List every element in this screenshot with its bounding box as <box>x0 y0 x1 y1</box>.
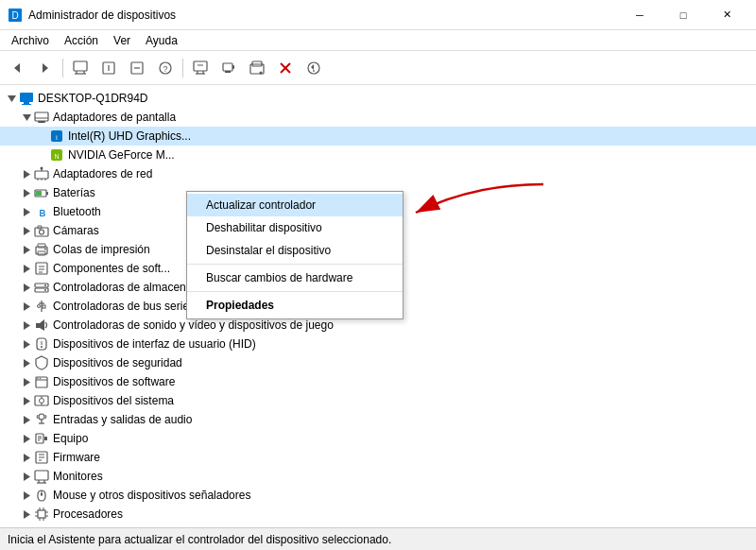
toggle-monitores[interactable] <box>19 469 34 484</box>
toggle-camaras[interactable] <box>19 223 34 238</box>
toolbar-btn-3[interactable] <box>67 55 94 81</box>
ctx-sep-2 <box>187 291 403 292</box>
tree-item-monitores[interactable]: Monitores <box>0 467 756 486</box>
toolbar-btn-4[interactable] <box>95 55 122 81</box>
equipo-label: Equipo <box>53 432 88 445</box>
svg-marker-69 <box>24 284 30 292</box>
system-icon <box>34 393 49 408</box>
tree-item-seguridad[interactable]: Dispositivos de seguridad <box>0 353 756 372</box>
toggle-root[interactable] <box>4 91 19 106</box>
svg-point-45 <box>41 167 43 170</box>
toolbar-btn-7[interactable] <box>187 55 214 81</box>
status-text: Inicia el Asistente para actualizar el c… <box>8 533 391 546</box>
menu-bar: Archivo Acción Ver Ayuda <box>0 30 756 51</box>
tree-item-procesadores[interactable]: Procesadores <box>0 505 756 524</box>
toggle-procesadores[interactable] <box>19 507 34 522</box>
svg-marker-64 <box>24 265 30 273</box>
back-button[interactable] <box>4 55 30 81</box>
toggle-disp-software[interactable] <box>19 374 34 389</box>
svg-point-120 <box>41 493 43 495</box>
tree-item-nvidia[interactable]: N NVIDIA GeForce M... <box>0 146 756 164</box>
help-button[interactable]: ? <box>152 55 179 81</box>
status-bar: Inicia el Asistente para actualizar el c… <box>0 527 756 550</box>
forward-button[interactable] <box>32 55 59 81</box>
ctx-buscar[interactable]: Buscar cambios de hardware <box>187 266 403 289</box>
svg-marker-49 <box>24 189 30 198</box>
tree-item-adaptadores-pantalla[interactable]: Adaptadores de pantalla <box>0 108 756 127</box>
svg-marker-79 <box>24 321 30 330</box>
context-menu: Actualizar controlador Deshabilitar disp… <box>186 191 404 319</box>
tree-item-audio[interactable]: Entradas y salidas de audio <box>0 410 756 429</box>
tree-item-adaptadores-red[interactable]: Adaptadores de red <box>0 164 756 183</box>
svg-rect-78 <box>43 305 45 308</box>
nvidia-label: NVIDIA GeForce M... <box>68 148 175 162</box>
toggle-hid[interactable] <box>19 336 34 352</box>
toggle-audio[interactable] <box>19 412 34 427</box>
ctx-propiedades[interactable]: Propiedades <box>187 294 403 317</box>
toggle-sistema[interactable] <box>19 393 34 408</box>
colas-impresion-label: Colas de impresión <box>53 243 150 256</box>
update-button[interactable] <box>301 55 327 81</box>
svg-point-24 <box>260 71 263 74</box>
minimize-button[interactable]: ─ <box>618 0 662 30</box>
toggle-adaptadores-pantalla[interactable] <box>19 110 34 125</box>
svg-text:N: N <box>54 153 59 160</box>
firmware-icon <box>34 450 49 465</box>
toggle-intel-uhd <box>34 129 49 144</box>
toggle-firmware[interactable] <box>19 450 34 465</box>
close-button[interactable]: ✕ <box>705 0 748 30</box>
svg-rect-32 <box>24 102 29 104</box>
toggle-adaptadores-red[interactable] <box>19 166 34 181</box>
window-controls: ─ □ ✕ <box>618 0 748 30</box>
svg-marker-3 <box>43 63 48 73</box>
toggle-equipo[interactable] <box>19 431 34 446</box>
svg-marker-28 <box>311 64 314 70</box>
toggle-baterias[interactable] <box>19 185 34 200</box>
toggle-componentes[interactable] <box>19 261 34 276</box>
computer-icon <box>19 91 34 106</box>
tree-root[interactable]: DESKTOP-Q1DR94D <box>0 89 756 108</box>
svg-point-85 <box>41 346 43 348</box>
ctx-deshabilitar[interactable]: Deshabilitar dispositivo <box>187 216 403 239</box>
menu-ayuda[interactable]: Ayuda <box>138 32 185 49</box>
tree-item-mouse[interactable]: Mouse y otros dispositivos señaladores <box>0 486 756 505</box>
menu-ver[interactable]: Ver <box>106 32 138 49</box>
toolbar-btn-9[interactable] <box>244 55 270 81</box>
tree-item-firmware[interactable]: Firmware <box>0 448 756 467</box>
camaras-label: Cámaras <box>53 224 99 237</box>
svg-marker-117 <box>24 491 30 500</box>
toggle-almacenamiento[interactable] <box>19 280 34 295</box>
procesadores-label: Procesadores <box>53 507 123 521</box>
toggle-colas[interactable] <box>19 242 34 257</box>
toggle-sonido[interactable] <box>19 318 34 333</box>
toggle-seguridad[interactable] <box>19 355 34 370</box>
tree-item-equipo[interactable]: Equipo <box>0 429 756 448</box>
maximize-button[interactable]: □ <box>662 0 705 30</box>
svg-rect-113 <box>35 471 48 480</box>
svg-marker-107 <box>24 454 30 462</box>
toolbar-btn-5[interactable] <box>124 55 150 81</box>
seguridad-label: Dispositivos de seguridad <box>53 356 182 370</box>
toggle-bus[interactable] <box>19 299 34 314</box>
tree-item-sistema[interactable]: Dispositivos del sistema <box>0 391 756 410</box>
ctx-actualizar[interactable]: Actualizar controlador <box>187 194 403 216</box>
tree-item-dispositivos-software[interactable]: Dispositivos de software <box>0 372 756 391</box>
svg-marker-86 <box>24 359 30 368</box>
tree-item-hid[interactable]: Dispositivos de interfaz de usuario (HID… <box>0 335 756 353</box>
menu-accion[interactable]: Acción <box>57 32 106 49</box>
svg-rect-33 <box>22 104 31 105</box>
svg-point-72 <box>44 284 46 286</box>
window-title: Administrador de dispositivos <box>28 9 618 22</box>
toggle-bluetooth[interactable] <box>19 204 34 219</box>
svg-text:D: D <box>11 10 18 21</box>
toolbar-btn-8[interactable] <box>215 55 242 81</box>
svg-text:i: i <box>56 133 58 142</box>
toggle-mouse[interactable] <box>19 488 34 503</box>
title-bar: D Administrador de dispositivos ─ □ ✕ <box>0 0 756 30</box>
remove-button[interactable] <box>272 55 299 81</box>
svg-rect-43 <box>35 171 48 179</box>
ctx-desinstalar[interactable]: Desinstalar el dispositivo <box>187 239 403 262</box>
tree-item-intel-uhd[interactable]: i Intel(R) UHD Graphics... <box>0 127 756 146</box>
svg-text:?: ? <box>163 64 167 74</box>
menu-archivo[interactable]: Archivo <box>4 32 57 49</box>
